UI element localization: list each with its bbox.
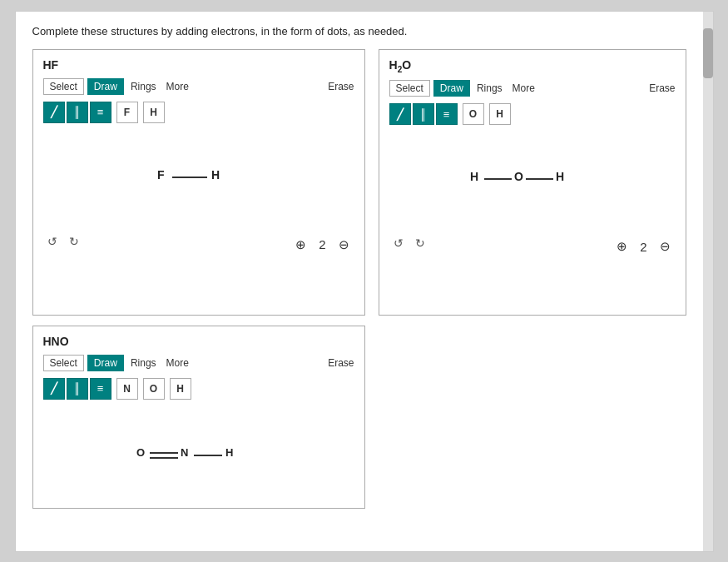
svg-text:F: F — [157, 168, 165, 182]
hno-bond-toolbar: ╱ ║ ≡ N O H — [43, 378, 354, 400]
h2o-single-bond-btn[interactable]: ╱ — [389, 103, 411, 125]
hf-toolbar: Select Draw Rings More Erase — [43, 78, 354, 95]
h2o-zoom-in-btn[interactable]: ⊕ — [612, 236, 632, 256]
hf-more-btn[interactable]: More — [163, 79, 192, 94]
scrollbar-thumb[interactable] — [703, 28, 713, 78]
svg-text:H: H — [211, 168, 220, 182]
h2o-zoom-reset-btn[interactable]: 2 — [634, 236, 654, 256]
h2o-molecule-area: H O H — [389, 133, 676, 225]
h2o-select-btn[interactable]: Select — [389, 80, 430, 97]
h2o-atom-h-btn[interactable]: H — [489, 103, 511, 125]
hno-molecule-area: O N H — [43, 408, 354, 500]
hf-molecule-svg: F H — [149, 161, 249, 194]
h2o-bottom-controls: ↺ ↻ ⊕ 2 ⊖ — [389, 230, 676, 256]
h2o-toolbar: Select Draw Rings More Erase — [389, 80, 676, 97]
svg-text:O: O — [514, 170, 523, 183]
h2o-undo-redo: ↺ ↻ — [389, 234, 429, 252]
hf-double-bond-btn[interactable]: ║ — [67, 102, 88, 123]
hno-double-bond-btn[interactable]: ║ — [67, 378, 88, 400]
hf-zoom-out-btn[interactable]: ⊖ — [334, 235, 354, 255]
h2o-molecule-svg: H O H — [466, 162, 599, 196]
hno-panel: HNO Select Draw Rings More Erase ╱ ║ ≡ N… — [32, 326, 365, 509]
h2o-panel: H2O Select Draw Rings More Erase ╱ ║ ≡ O… — [379, 49, 686, 316]
h2o-erase-btn[interactable]: Erase — [649, 82, 675, 94]
h2o-more-btn[interactable]: More — [509, 81, 538, 96]
hno-rings-btn[interactable]: Rings — [127, 356, 160, 371]
h2o-triple-bond-btn[interactable]: ≡ — [436, 103, 458, 125]
h2o-double-bond-btn[interactable]: ║ — [413, 103, 434, 125]
h2o-bond-toolbar: ╱ ║ ≡ O H — [389, 103, 676, 125]
main-page: Complete these structures by adding elec… — [15, 11, 714, 552]
hno-draw-btn[interactable]: Draw — [87, 355, 124, 371]
hf-zoom-controls: ⊕ 2 ⊖ — [291, 235, 354, 255]
h2o-zoom-controls: ⊕ 2 ⊖ — [612, 236, 676, 256]
h2o-atom-o-btn[interactable]: O — [463, 103, 484, 125]
h2o-draw-btn[interactable]: Draw — [433, 80, 470, 97]
svg-text:O: O — [136, 446, 145, 459]
hf-triple-bond-btn[interactable]: ≡ — [90, 102, 111, 123]
hf-zoom-reset-btn[interactable]: 2 — [313, 235, 333, 255]
hf-draw-btn[interactable]: Draw — [87, 78, 124, 95]
hf-undo-redo: ↺ ↻ — [43, 232, 83, 251]
hf-single-bond-btn[interactable]: ╱ — [43, 102, 65, 123]
h2o-title: H2O — [389, 58, 676, 74]
hf-molecule-area: F H — [43, 132, 354, 223]
instruction-text: Complete these structures by adding elec… — [32, 25, 696, 37]
hf-bond-toolbar: ╱ ║ ≡ F H — [43, 102, 354, 123]
h2o-redo-btn[interactable]: ↻ — [411, 234, 429, 252]
svg-text:N: N — [181, 446, 188, 459]
h2o-title-o: O — [402, 58, 411, 72]
hf-select-btn[interactable]: Select — [43, 78, 84, 95]
hf-rings-btn[interactable]: Rings — [127, 79, 160, 94]
hf-title: HF — [43, 58, 354, 72]
hf-atom-f-btn[interactable]: F — [116, 102, 138, 123]
bottom-panels-row: HNO Select Draw Rings More Erase ╱ ║ ≡ N… — [32, 326, 696, 509]
hno-atom-o-btn[interactable]: O — [143, 378, 165, 400]
h2o-zoom-out-btn[interactable]: ⊖ — [656, 236, 676, 256]
hno-molecule-svg: O N H — [132, 433, 265, 475]
hno-title: HNO — [43, 335, 354, 348]
hno-more-btn[interactable]: More — [163, 356, 192, 371]
hno-select-btn[interactable]: Select — [43, 355, 84, 371]
hno-toolbar: Select Draw Rings More Erase — [43, 355, 354, 371]
hf-erase-btn[interactable]: Erase — [328, 81, 354, 92]
hno-single-bond-btn[interactable]: ╱ — [43, 378, 65, 400]
h2o-title-h: H — [389, 58, 398, 72]
hf-redo-btn[interactable]: ↻ — [65, 232, 83, 251]
svg-text:H: H — [556, 170, 564, 183]
hno-atom-h-btn[interactable]: H — [170, 378, 191, 400]
h2o-undo-btn[interactable]: ↺ — [389, 234, 408, 252]
scrollbar[interactable] — [703, 12, 713, 551]
hf-atom-h-btn[interactable]: H — [143, 102, 165, 123]
h2o-rings-btn[interactable]: Rings — [473, 81, 506, 96]
hno-atom-n-btn[interactable]: N — [116, 378, 138, 400]
hf-panel: HF Select Draw Rings More Erase ╱ ║ ≡ F … — [32, 49, 365, 316]
hf-undo-btn[interactable]: ↺ — [43, 232, 62, 251]
hf-zoom-in-btn[interactable]: ⊕ — [291, 235, 311, 255]
hf-bottom-controls: ↺ ↻ ⊕ 2 ⊖ — [43, 228, 354, 255]
top-panels-row: HF Select Draw Rings More Erase ╱ ║ ≡ F … — [32, 49, 696, 316]
hno-triple-bond-btn[interactable]: ≡ — [90, 378, 111, 400]
svg-text:H: H — [225, 446, 233, 459]
svg-text:H: H — [470, 170, 478, 183]
hno-erase-btn[interactable]: Erase — [328, 357, 354, 369]
